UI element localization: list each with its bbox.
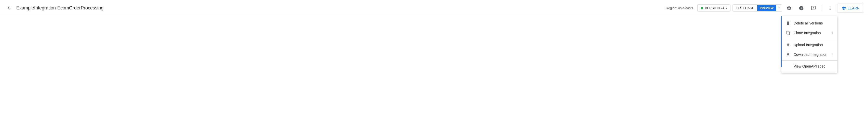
- settings-button[interactable]: [784, 3, 794, 13]
- test-case-button[interactable]: TEST CASE PREVIEW ▾: [733, 4, 782, 12]
- upload-icon: [785, 42, 790, 47]
- info-button[interactable]: [796, 3, 806, 13]
- feedback-button[interactable]: [808, 3, 818, 13]
- header-right-actions: Region: asia-east1 VERSION 24 ▾ TEST CAS…: [666, 3, 864, 13]
- menu-item-clone-integration[interactable]: Clone Integration ›: [781, 28, 837, 38]
- version-label: VERSION 24: [705, 6, 724, 10]
- learn-icon: [841, 6, 846, 10]
- preview-badge: PREVIEW: [757, 5, 776, 11]
- version-chevron-icon: ▾: [726, 7, 727, 9]
- menu-item-label: Clone Integration: [794, 31, 821, 35]
- version-button[interactable]: VERSION 24 ▾: [698, 4, 731, 12]
- more-vertical-icon: [828, 6, 833, 11]
- delete-icon: [785, 21, 790, 26]
- header-divider: [822, 5, 822, 12]
- dropdown-menu: Delete all versions Clone Integration › …: [781, 16, 837, 73]
- download-icon: [785, 52, 790, 57]
- learn-button[interactable]: LEARN: [837, 4, 864, 13]
- dropdown-accent-line: [781, 16, 782, 67]
- learn-label: LEARN: [848, 6, 860, 10]
- submenu-arrow-icon: ›: [832, 31, 833, 35]
- menu-item-label: Upload Integration: [794, 43, 823, 47]
- region-label: Region: asia-east1: [666, 6, 693, 10]
- menu-item-label: Download Integration: [794, 53, 827, 57]
- page-title: ExampleIntegration-EcomOrderProcessing: [16, 5, 103, 11]
- menu-divider-1: [781, 39, 837, 39]
- menu-item-label: View OpenAPI spec: [794, 64, 825, 68]
- feedback-icon: [811, 6, 816, 11]
- info-icon: [799, 6, 804, 11]
- menu-item-upload-integration[interactable]: Upload Integration: [781, 40, 837, 50]
- submenu-arrow-icon-2: ›: [832, 53, 833, 56]
- settings-icon: [786, 6, 792, 11]
- menu-item-delete-all-versions[interactable]: Delete all versions: [781, 18, 837, 28]
- back-arrow-icon: [7, 6, 12, 11]
- version-status-dot: [701, 7, 703, 9]
- test-case-chevron-icon: ▾: [776, 5, 782, 11]
- copy-icon: [785, 31, 790, 35]
- header: ExampleIntegration-EcomOrderProcessing R…: [0, 0, 868, 16]
- menu-divider-2: [781, 60, 837, 61]
- menu-item-label: Delete all versions: [794, 21, 823, 25]
- back-button[interactable]: [4, 3, 14, 13]
- menu-item-download-integration[interactable]: Download Integration ›: [781, 50, 837, 59]
- menu-item-view-openapi-spec[interactable]: View OpenAPI spec: [781, 62, 837, 71]
- test-case-label: TEST CASE: [733, 5, 757, 11]
- more-options-button[interactable]: [825, 3, 835, 13]
